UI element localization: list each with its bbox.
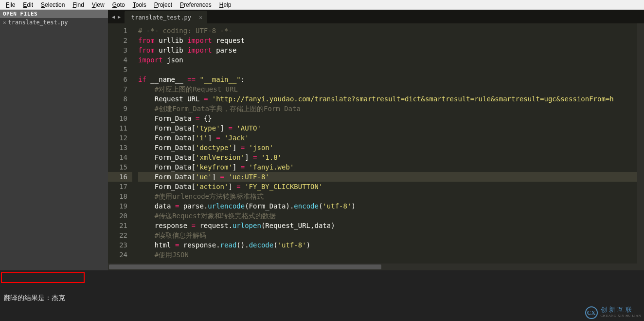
horizontal-scrollbar[interactable] [108, 264, 644, 270]
close-icon[interactable]: × [199, 14, 202, 21]
line-number: 7 [108, 84, 127, 94]
menu-bar: FileEditSelectionFindViewGotoToolsProjec… [0, 0, 644, 10]
open-file-name: translate_test.py [8, 19, 68, 26]
line-number: 11 [108, 123, 127, 133]
tab-title: translate_test.py [131, 14, 191, 21]
close-file-icon[interactable]: × [3, 19, 6, 26]
menu-selection[interactable]: Selection [37, 0, 69, 9]
code-line[interactable]: from urllib import parse [138, 45, 644, 55]
code-line[interactable]: #传递Request对象和转换完格式的数据 [138, 211, 644, 221]
tab-bar: ◀ ▶ translate_test.py × [108, 10, 644, 23]
line-number: 18 [108, 191, 127, 201]
code-line[interactable]: from urllib import request [138, 36, 644, 45]
watermark: CX 创新互联 CHUANG XIN HU LIAN [585, 306, 641, 319]
minimap-scrollbar[interactable] [637, 23, 644, 264]
line-number: 5 [108, 65, 127, 75]
watermark-logo-icon: CX [585, 306, 598, 319]
nav-back-icon[interactable]: ◀ [112, 14, 115, 19]
line-number: 6 [108, 75, 127, 84]
line-number-gutter: 123456789101112131415161718192021222324 [108, 23, 132, 264]
code-area[interactable]: 123456789101112131415161718192021222324 … [108, 23, 644, 264]
code-content[interactable]: # -*- coding: UTF-8 -*-from urllib impor… [132, 23, 644, 264]
menu-view[interactable]: View [88, 0, 108, 9]
nav-forward-icon[interactable]: ▶ [118, 14, 121, 19]
line-number: 22 [108, 230, 127, 240]
line-number: 19 [108, 201, 127, 211]
code-line[interactable]: Form_Data['doctype'] = 'json' [138, 143, 644, 152]
code-line[interactable]: #对应上图的Request URL [138, 84, 644, 94]
code-line[interactable] [138, 65, 644, 75]
code-line[interactable]: #使用JSON [138, 250, 644, 260]
tab-nav-arrows[interactable]: ◀ ▶ [108, 10, 125, 23]
menu-preferences[interactable]: Preferences [176, 0, 215, 9]
line-number: 1 [108, 26, 127, 36]
menu-file[interactable]: File [2, 0, 19, 9]
watermark-text-en: CHUANG XIN HU LIAN [601, 313, 641, 319]
code-line[interactable]: Form_Data['i'] = 'Jack' [138, 133, 644, 143]
line-number: 14 [108, 152, 127, 162]
line-number: 4 [108, 55, 127, 65]
code-line[interactable]: #读取信息并解码 [138, 230, 644, 240]
build-console: 翻译的结果是：杰克 [Finished in 0.4s] [0, 270, 644, 321]
code-line[interactable]: Form_Data['type'] = 'AUTO' [138, 123, 644, 133]
code-line[interactable]: html = response.read().decode('utf-8') [138, 240, 644, 250]
code-line[interactable]: #创建Form_Data字典，存储上图的Form Data [138, 104, 644, 113]
code-line[interactable]: import json [138, 55, 644, 65]
menu-goto[interactable]: Goto [108, 0, 129, 9]
tab-translate-test[interactable]: translate_test.py × [125, 11, 207, 23]
menu-project[interactable]: Project [150, 0, 176, 9]
line-number: 24 [108, 250, 127, 260]
console-output-line: 翻译的结果是：杰克 [4, 293, 640, 302]
line-number: 12 [108, 133, 127, 143]
line-number: 16 [108, 172, 132, 182]
line-number: 17 [108, 182, 127, 191]
scrollbar-thumb[interactable] [109, 264, 381, 269]
sidebar: OPEN FILES ×translate_test.py [0, 10, 108, 270]
menu-find[interactable]: Find [69, 0, 88, 9]
menu-tools[interactable]: Tools [129, 0, 150, 9]
code-line[interactable]: Form_Data = {} [138, 113, 644, 123]
menu-edit[interactable]: Edit [19, 0, 37, 9]
line-number: 20 [108, 211, 127, 221]
line-number: 10 [108, 113, 127, 123]
code-line[interactable]: Form_Data['keyfrom'] = 'fanyi.web' [138, 162, 644, 172]
code-line[interactable]: Form_Data['action'] = 'FY_BY_CLICKBUTTON… [138, 182, 644, 191]
line-number: 21 [108, 221, 127, 230]
line-number: 13 [108, 143, 127, 152]
menu-help[interactable]: Help [215, 0, 235, 9]
code-line[interactable]: Form_Data['xmlVersion'] = '1.8' [138, 152, 644, 162]
code-line[interactable]: if __name__ == "__main__": [138, 75, 644, 84]
watermark-text-cn: 创新互联 [601, 307, 641, 313]
line-number: 23 [108, 240, 127, 250]
code-line[interactable]: response = request.urlopen(Request_URL,d… [138, 221, 644, 230]
line-number: 9 [108, 104, 127, 113]
code-line[interactable]: #使用urlencode方法转换标准格式 [138, 191, 644, 201]
editor: ◀ ▶ translate_test.py × 1234567891011121… [108, 10, 644, 270]
line-number: 8 [108, 94, 127, 104]
line-number: 3 [108, 45, 127, 55]
code-line[interactable]: # -*- coding: UTF-8 -*- [138, 26, 644, 36]
line-number: 15 [108, 162, 127, 172]
code-line[interactable]: Request_URL = 'http://fanyi.youdao.com/t… [138, 94, 644, 104]
code-line[interactable]: Form_Data['ue'] = 'ue:UTF-8' [138, 172, 644, 182]
open-files-header: OPEN FILES [0, 10, 108, 18]
line-number: 2 [108, 36, 127, 45]
open-file-item[interactable]: ×translate_test.py [0, 18, 108, 27]
code-line[interactable]: data = parse.urlencode(Form_Data).encode… [138, 201, 644, 211]
